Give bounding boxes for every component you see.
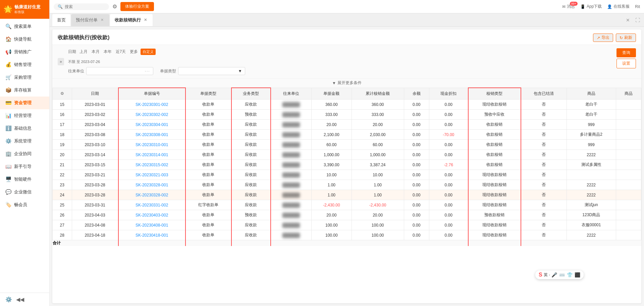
date-btn-this-year[interactable]: 本年 bbox=[102, 48, 113, 55]
table-cell[interactable]: SK-20230301-002 bbox=[118, 100, 185, 110]
grid-icon[interactable]: ⬛ bbox=[575, 272, 580, 278]
order-no-link[interactable]: SK-20230328-001 bbox=[136, 183, 168, 187]
order-no-link[interactable]: SK-20230304-001 bbox=[136, 122, 168, 127]
table-cell[interactable]: SK-20230314-001 bbox=[118, 150, 185, 160]
refresh-button[interactable]: ↻ 刷新 bbox=[616, 34, 636, 42]
sidebar-item-search[interactable]: 🔍 搜索菜单 bbox=[0, 20, 49, 33]
search-box[interactable]: 🔍 bbox=[54, 3, 109, 10]
tab-prepay-close[interactable]: ✕ bbox=[100, 17, 105, 22]
table-cell: ██████ bbox=[271, 220, 311, 230]
table-cell: 1.00 bbox=[311, 190, 352, 200]
table-cell: 0.00 bbox=[429, 200, 468, 210]
order-no-link[interactable]: SK-20230302-002 bbox=[136, 112, 168, 117]
export-button[interactable]: ↗ 导出 bbox=[593, 34, 613, 42]
footer-collapse-icon[interactable]: ◀◀ bbox=[16, 296, 24, 303]
floating-watermark: S 英 · 🎤 ⌨️ 👕 ⬛ bbox=[535, 270, 584, 279]
sidebar-item-enterprise[interactable]: 🏢 企业协同 bbox=[0, 147, 49, 160]
table-cell[interactable]: SK-20230408-001 bbox=[118, 220, 185, 230]
sidebar-item-guide[interactable]: 📖 新手引导 bbox=[0, 160, 49, 173]
table-cell: 否 bbox=[521, 160, 567, 170]
keyboard-icon[interactable]: ⌨️ bbox=[559, 272, 565, 278]
service-label: 在线客服 bbox=[613, 4, 630, 9]
date-btn-7days[interactable]: 近7天 bbox=[114, 48, 127, 55]
type-select[interactable]: ▼ bbox=[178, 67, 245, 75]
sidebar-item-system[interactable]: ⚙️ 系统管理 bbox=[0, 135, 49, 147]
shirt-icon[interactable]: 👕 bbox=[567, 272, 573, 278]
table-cell[interactable]: SK-20230403-002 bbox=[118, 210, 185, 220]
search-input[interactable] bbox=[65, 4, 105, 9]
table-cell[interactable]: SK-20230321-003 bbox=[118, 170, 185, 180]
table-cell: 0.00 bbox=[404, 230, 429, 240]
sidebar-item-member[interactable]: 🏷️ 畅会员 bbox=[0, 198, 49, 211]
date-btn-this-month[interactable]: 本月 bbox=[90, 48, 101, 55]
query-button[interactable]: 查询 bbox=[616, 48, 636, 57]
topbar: 🔍 ⚙ 体验行业方案 ✉ 消息 99+ 📱 App下载 👤 在线客服 Rit bbox=[50, 0, 644, 13]
order-no-link[interactable]: SK-20230403-002 bbox=[136, 213, 168, 218]
online-service-button[interactable]: 👤 在线客服 bbox=[607, 4, 630, 9]
table-cell[interactable]: SK-20230328-001 bbox=[118, 180, 185, 190]
table-cell: 否 bbox=[521, 190, 567, 200]
home-icon: 🏠 bbox=[5, 36, 11, 42]
table-cell: 2222 bbox=[567, 190, 616, 200]
order-no-link[interactable]: SK-20230308-001 bbox=[136, 132, 168, 137]
table-cell: 2023-04-03 bbox=[72, 210, 118, 220]
order-no-link[interactable]: SK-20230408-001 bbox=[136, 223, 168, 228]
table-cell: ██████ bbox=[271, 170, 311, 180]
table-cell: 0.00 bbox=[404, 140, 429, 150]
table-cell: 测试jun bbox=[567, 200, 616, 210]
expand-more-button[interactable]: ▼ 展开更多条件 bbox=[332, 80, 362, 86]
order-no-link[interactable]: SK-20230310-001 bbox=[136, 142, 168, 147]
table-cell[interactable]: SK-20230315-002 bbox=[118, 160, 185, 170]
solution-button[interactable]: 体验行业方案 bbox=[120, 2, 154, 11]
table-cell: 0.00 bbox=[404, 180, 429, 190]
table-cell[interactable]: SK-20230302-002 bbox=[118, 110, 185, 120]
order-no-link[interactable]: SK-20230314-001 bbox=[136, 152, 168, 157]
order-no-link[interactable]: SK-20230321-003 bbox=[136, 173, 168, 177]
tab-prepay[interactable]: 预付应付单 ✕ bbox=[71, 14, 109, 26]
table-cell[interactable]: SK-20230308-001 bbox=[118, 130, 185, 140]
sidebar-item-finance[interactable]: 💳 资金管理 bbox=[0, 97, 49, 109]
order-no-link[interactable]: SK-20230301-002 bbox=[136, 102, 168, 107]
sidebar-item-hardware[interactable]: 🖥️ 智能硬件 bbox=[0, 173, 49, 186]
col-settings-header[interactable]: ⚙ bbox=[53, 88, 72, 100]
table-cell[interactable]: SK-20230418-001 bbox=[118, 230, 185, 240]
sidebar-item-sales[interactable]: 💰 销售管理 bbox=[0, 58, 49, 71]
table-cell: ██████ bbox=[271, 140, 311, 150]
mic-icon[interactable]: 🎤 bbox=[551, 272, 557, 278]
col-biz-type-header: 业务类型 bbox=[231, 88, 271, 100]
table-cell[interactable]: SK-20230304-001 bbox=[118, 120, 185, 130]
gear-icon[interactable]: ⚙ bbox=[112, 3, 117, 10]
date-custom-btn[interactable]: 自定义 bbox=[141, 49, 156, 55]
user-name[interactable]: Rit bbox=[635, 4, 640, 9]
sidebar-item-purchase[interactable]: 🛒 采购管理 bbox=[0, 71, 49, 84]
tab-home[interactable]: 首页 bbox=[52, 14, 70, 26]
message-button[interactable]: ✉ 消息 99+ bbox=[562, 4, 575, 9]
date-btn-more[interactable]: 更多 bbox=[128, 48, 139, 55]
footer-settings-icon[interactable]: ⚙️ bbox=[5, 296, 12, 303]
table-cell[interactable]: SK-20230331-002 bbox=[118, 200, 185, 210]
app-download-button[interactable]: 📱 App下载 bbox=[580, 4, 602, 9]
partner-select[interactable]: ··· bbox=[86, 67, 153, 75]
order-no-link[interactable]: SK-20230331-002 bbox=[136, 203, 168, 207]
sidebar-item-marketing[interactable]: 📢 营销推广 bbox=[0, 46, 49, 58]
sidebar-item-inventory[interactable]: 📦 库存核算 bbox=[0, 84, 49, 97]
date-btn-last-month[interactable]: 上月 bbox=[78, 48, 89, 55]
tab-collect[interactable]: 收款核销执行 ✕ bbox=[110, 14, 153, 26]
order-no-link[interactable]: SK-20230418-001 bbox=[136, 233, 168, 238]
search-icon: 🔍 bbox=[58, 4, 63, 9]
logo-name: 畅康道好生意 bbox=[14, 4, 41, 10]
sidebar-item-quicknav[interactable]: 🏠 快捷导航 bbox=[0, 33, 49, 46]
tab-expand-icon[interactable]: ⛶ bbox=[634, 16, 641, 24]
table-cell[interactable]: SK-20230328-002 bbox=[118, 190, 185, 200]
filter-expand-button[interactable]: » bbox=[58, 58, 64, 65]
filter-settings-button[interactable]: 设置 bbox=[616, 59, 636, 68]
order-no-link[interactable]: SK-20230315-002 bbox=[136, 163, 168, 167]
tab-close-all-icon[interactable]: ✕ bbox=[625, 16, 631, 24]
tab-collect-close[interactable]: ✕ bbox=[143, 17, 148, 22]
sidebar-item-operation[interactable]: 📊 经营管理 bbox=[0, 109, 49, 122]
sidebar-item-label: 快捷导航 bbox=[14, 36, 32, 42]
order-no-link[interactable]: SK-20230328-002 bbox=[136, 193, 168, 197]
table-cell[interactable]: SK-20230310-001 bbox=[118, 140, 185, 150]
sidebar-item-basic[interactable]: ℹ️ 基础信息 bbox=[0, 122, 49, 135]
sidebar-item-wechat[interactable]: 💬 企业微信 bbox=[0, 186, 49, 198]
